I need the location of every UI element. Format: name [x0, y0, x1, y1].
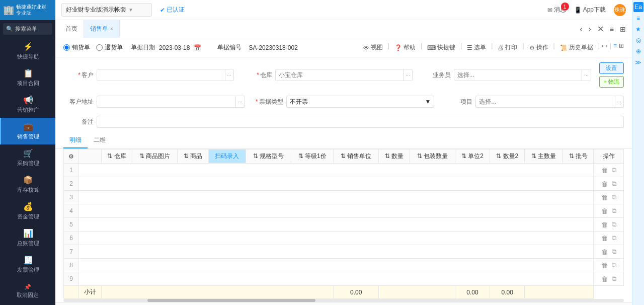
col-qty-header[interactable]: ⇅ 数量	[379, 149, 410, 164]
customer-address-text-input[interactable]	[97, 97, 235, 107]
toolbar-shortcut-btn[interactable]: ⌨ 快捷键	[424, 42, 458, 53]
toolbar-print-btn[interactable]: 🖨 打印	[495, 42, 520, 53]
row-copy-btn[interactable]: ⧉	[610, 166, 618, 175]
right-panel-btn-add[interactable]: ⊕	[633, 46, 643, 56]
list-view-icon[interactable]: ≡	[613, 42, 617, 53]
row-delete-btn[interactable]: 🗑	[600, 248, 609, 256]
tab-close-all-button[interactable]: ✕	[595, 23, 606, 35]
toolbar-history-btn[interactable]: 📜 历史单据	[557, 42, 596, 53]
salesperson-text-input[interactable]	[454, 70, 582, 80]
row-copy-btn[interactable]: ⧉	[610, 234, 618, 243]
app-download-button[interactable]: 📱 App下载	[574, 6, 606, 14]
sidebar-item-purchase[interactable]: 🛒 采购管理	[0, 144, 55, 171]
user-menu[interactable]: 珠珠	[614, 4, 626, 16]
horizontal-scrollbar[interactable]	[63, 299, 624, 302]
row-6-data[interactable]	[79, 232, 594, 245]
table-settings-col[interactable]: ⚙	[64, 149, 79, 164]
row-copy-btn[interactable]: ⧉	[610, 206, 618, 215]
sidebar-item-unpin[interactable]: 📌 取消固定	[3, 281, 52, 302]
company-selector[interactable]: 好业财专业版演示帐套 ▼	[61, 3, 152, 17]
customer-input[interactable]: ···	[97, 69, 234, 81]
toolbar-operate-btn[interactable]: ⚙ 操作	[526, 42, 551, 53]
sidebar-item-project-contract[interactable]: 📋 项目合同	[0, 64, 55, 91]
tab-grid-button[interactable]: ⊞	[618, 24, 628, 34]
sidebar-item-general-ledger[interactable]: 📊 总账管理	[0, 224, 55, 251]
row-5-data[interactable]	[79, 218, 594, 232]
row-2-data[interactable]	[79, 177, 594, 191]
toolbar-select-btn[interactable]: ☰ 选单	[464, 42, 489, 53]
address-search-icon[interactable]: ···	[235, 96, 244, 107]
salesperson-input[interactable]: ···	[454, 69, 591, 81]
right-panel-btn-expand[interactable]: ≫	[633, 57, 643, 67]
row-copy-btn[interactable]: ⧉	[610, 220, 618, 229]
right-panel-btn-star[interactable]: ★	[633, 24, 643, 34]
sidebar-item-invoice[interactable]: 🧾 发票管理	[0, 251, 55, 278]
row-9-data[interactable]	[79, 272, 594, 286]
col-price-header[interactable]: ⇅ 等级1价	[291, 149, 334, 164]
row-delete-btn[interactable]: 🗑	[600, 166, 609, 175]
row-4-data[interactable]	[79, 204, 594, 218]
project-text-input[interactable]	[476, 97, 614, 107]
sidebar-item-quick-nav[interactable]: ⚡ 快捷导航	[0, 38, 55, 64]
row-copy-btn[interactable]: ⧉	[610, 261, 618, 270]
col-unit2-header[interactable]: ⇅ 单位2	[455, 149, 490, 164]
radio-sales-order[interactable]: 销货单	[63, 43, 90, 52]
right-panel-btn-list[interactable]: ≡	[633, 13, 643, 23]
col-main-qty-header[interactable]: ⇅ 主数量	[525, 149, 563, 164]
warehouse-search-icon[interactable]: ···	[403, 69, 412, 81]
customer-search-icon[interactable]: ···	[225, 69, 233, 81]
row-copy-btn[interactable]: ⧉	[610, 247, 618, 256]
scrollbar-thumb[interactable]	[147, 299, 315, 302]
row-1-data[interactable]	[79, 164, 594, 177]
col-qty2-header[interactable]: ⇅ 数量2	[490, 149, 525, 164]
project-search-icon[interactable]: ···	[615, 96, 623, 107]
warehouse-text-input[interactable]	[276, 70, 404, 80]
remarks-input[interactable]	[97, 116, 624, 128]
toolbar-help-btn[interactable]: ❓ 帮助	[391, 42, 419, 53]
sidebar-item-sales[interactable]: 💼 销售管理	[0, 118, 55, 144]
col-product-header[interactable]: ⇅ 商品	[178, 149, 208, 164]
col-warehouse-header[interactable]: ⇅ 仓库	[101, 149, 132, 164]
row-3-data[interactable]	[79, 191, 594, 204]
radio-return-order[interactable]: 退货单	[96, 43, 123, 52]
col-batch-header[interactable]: ⇅ 批号	[563, 149, 594, 164]
tab-sales-order[interactable]: 销售单 ×	[84, 20, 120, 38]
tab-2d[interactable]: 二维	[88, 133, 112, 148]
tab-detail[interactable]: 明细	[63, 133, 88, 148]
col-sales-unit-header[interactable]: ⇅ 销售单位	[333, 149, 378, 164]
message-button[interactable]: ✉ 消息 1	[547, 6, 566, 14]
warehouse-input[interactable]: ···	[275, 69, 413, 81]
calendar-icon[interactable]: 📅	[194, 44, 201, 51]
col-spec-header[interactable]: ⇅ 规格型号	[246, 149, 291, 164]
logistics-button[interactable]: + 物流	[599, 76, 624, 88]
settings-button[interactable]: 设置	[599, 62, 624, 74]
col-pack-qty-header[interactable]: ⇅ 包装数量	[410, 149, 455, 164]
sidebar-item-funds[interactable]: 💰 资金管理	[0, 198, 55, 224]
row-7-data[interactable]	[79, 245, 594, 259]
col-product-image-header[interactable]: ⇅ 商品图片	[132, 149, 178, 164]
sidebar-item-marketing[interactable]: 📢 营销推广	[0, 91, 55, 118]
col-barcode-header[interactable]: 扫码录入	[208, 149, 246, 164]
tab-home[interactable]: 首页	[59, 20, 84, 38]
invoice-type-select[interactable]: 不开票 ▼	[286, 96, 435, 108]
right-panel-btn-ea[interactable]: Ea	[633, 2, 643, 12]
row-copy-btn[interactable]: ⧉	[610, 274, 618, 283]
row-8-data[interactable]	[79, 259, 594, 272]
customer-text-input[interactable]	[97, 70, 225, 80]
row-delete-btn[interactable]: 🗑	[600, 207, 609, 215]
search-menu-button[interactable]: 🔍 搜索菜单	[3, 23, 52, 35]
tab-list-button[interactable]: ≡	[608, 24, 616, 34]
row-copy-btn[interactable]: ⧉	[610, 193, 618, 202]
project-input[interactable]: ···	[475, 96, 624, 108]
salesperson-search-icon[interactable]: ···	[582, 69, 590, 81]
nav-prev-icon[interactable]: ‹	[602, 42, 604, 53]
toolbar-preview-btn[interactable]: 👁 视图	[360, 42, 386, 53]
row-delete-btn[interactable]: 🗑	[600, 180, 609, 188]
grid-view-icon[interactable]: ⊞	[619, 42, 624, 53]
row-delete-btn[interactable]: 🗑	[600, 234, 609, 243]
row-delete-btn[interactable]: 🗑	[600, 220, 609, 229]
tab-next-button[interactable]: ›	[587, 24, 593, 35]
right-panel-btn-target[interactable]: ◎	[633, 35, 643, 45]
row-copy-btn[interactable]: ⧉	[610, 179, 618, 188]
row-delete-btn[interactable]: 🗑	[600, 193, 609, 202]
